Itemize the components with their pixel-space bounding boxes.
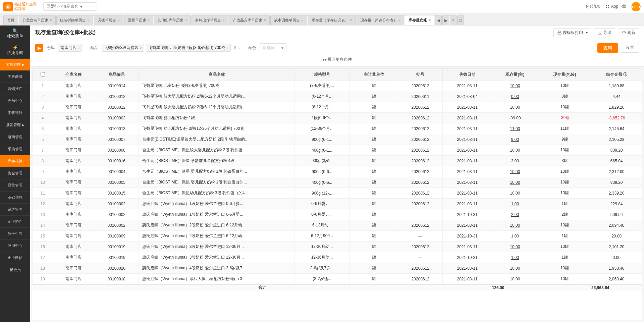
cell-qty-main[interactable]: -39.00 xyxy=(492,113,538,123)
tab-product-in[interactable]: 产成品入库单历史 × xyxy=(229,15,270,25)
close-tab-product-in[interactable]: × xyxy=(264,18,266,22)
tab-cost-adjust[interactable]: 成本调整单历史 × xyxy=(270,15,307,25)
app-download-btn[interactable]: App下载 xyxy=(605,4,626,9)
close-tab-stock-status[interactable]: × xyxy=(350,18,352,22)
cell-qty-main[interactable]: 10.00 xyxy=(492,102,538,113)
sidebar-item-basic-info[interactable]: 基础信息 xyxy=(0,192,30,204)
sidebar-item-retail-stats[interactable]: 零售统计 xyxy=(0,107,30,119)
close-tab-split[interactable]: × xyxy=(50,18,52,22)
close-tab-stock-dist[interactable]: × xyxy=(399,18,401,22)
sidebar-item-member-plus[interactable]: 畅会员 xyxy=(0,264,30,276)
cell-qty-main[interactable]: 10.00 xyxy=(492,188,538,199)
cell-qty-pkg: 10罐 xyxy=(538,145,591,156)
cell-name: 飞鹤星飞帆 儿童奶粉 4段(3-6岁适用) 700克 xyxy=(139,80,294,91)
cell-qty-main[interactable]: 10.00 xyxy=(492,166,538,177)
tab-split[interactable]: 分量盘点单历史 × xyxy=(19,15,56,25)
cell-qty-main[interactable]: 3.00 xyxy=(492,156,538,166)
cell-qty-main[interactable]: 10.00 xyxy=(492,274,538,285)
filter-expand-btn[interactable]: ▶ xyxy=(35,44,43,52)
query-btn[interactable]: 查询 xyxy=(597,43,618,53)
search-menu[interactable]: 🔍 搜索菜单 xyxy=(0,25,30,42)
export-btn[interactable]: 导出 xyxy=(594,28,615,37)
close-tab-batch-voucher[interactable]: × xyxy=(429,18,431,22)
cell-warehouse: 南库门店 xyxy=(53,145,94,156)
sidebar-item-wholesale[interactable]: 批发管理 ▶ xyxy=(0,119,30,131)
quick-nav[interactable]: ⚡ 快捷导航 xyxy=(0,42,30,59)
tab-close-all[interactable]: × xyxy=(450,15,457,25)
avatar[interactable]: demo2 xyxy=(631,2,641,11)
close-tab-adjust[interactable]: × xyxy=(118,18,120,22)
dropdown-arrow-print[interactable]: ▾ xyxy=(584,31,588,35)
tab-stock-status[interactable]: 现存量（库存状况表） × xyxy=(308,15,356,25)
sidebar-item-enterprise-collab[interactable]: 企业协同 xyxy=(0,216,30,228)
cell-qty-main[interactable]: 10.00 xyxy=(492,177,538,188)
tab-adjust[interactable]: 调拨单历史 × xyxy=(94,15,123,25)
tab-nav-left[interactable]: ◀ xyxy=(435,15,442,25)
sidebar-item-inventory[interactable]: 库存核算 xyxy=(0,155,30,167)
cell-name: 合生元（BIOSTIME）派星较大婴儿配方奶粉 2段 乳铁蛋... xyxy=(139,145,294,156)
tab-material-out[interactable]: 材料出库单历史 × xyxy=(192,15,228,25)
cell-qty-main[interactable]: 10.00 xyxy=(492,80,538,91)
sidebar-item-marketing[interactable]: 营销推广 xyxy=(0,83,30,95)
cell-qty-main[interactable]: 9.00 xyxy=(492,134,538,145)
sidebar-item-app-center[interactable]: 应用中心 xyxy=(0,240,30,252)
warehouse-more[interactable]: ... xyxy=(84,46,87,50)
color-select[interactable]: 请选择 ▾ xyxy=(260,43,286,52)
sidebar-item-purchase[interactable]: 采购管理 xyxy=(0,143,30,155)
sidebar-item-system[interactable]: 系统管理 xyxy=(0,204,30,216)
close-tab-requisition[interactable]: × xyxy=(148,18,150,22)
sidebar-item-member[interactable]: 会员中心 xyxy=(0,95,30,107)
print-btn[interactable]: 按模板打印 ▾ xyxy=(553,28,591,37)
sidebar-item-retail-mgmt[interactable]: 零售管理 ▶ xyxy=(0,59,30,71)
cell-expire: 2021-03-11 xyxy=(443,263,492,274)
settings-btn[interactable]: 设置 xyxy=(621,43,639,53)
tab-requisition[interactable]: 要货单历史 × xyxy=(124,15,154,25)
cell-code: 00100007 xyxy=(94,134,139,145)
sidebar-item-retail-mall[interactable]: 零售商城 xyxy=(0,71,30,83)
sidebar-item-operations[interactable]: 经营管理 xyxy=(0,179,30,192)
refresh-btn[interactable]: 刷新 xyxy=(618,28,639,37)
cell-qty-main[interactable]: 11.00 xyxy=(492,123,538,134)
tab-disassemble[interactable]: 组装拆卸单历史 × xyxy=(56,15,93,25)
tab-home[interactable]: 首页 xyxy=(3,15,18,25)
cell-qty-main[interactable]: 1.00 xyxy=(492,252,538,263)
message-btn[interactable]: 消息 xyxy=(586,4,600,9)
cell-qty-main[interactable]: 2.00 xyxy=(492,209,538,220)
close-tab-other-out[interactable]: × xyxy=(185,18,187,22)
tab-stock-dist[interactable]: 现存量（库存分布表） × xyxy=(357,15,405,25)
cell-code: 00100019 xyxy=(94,241,139,252)
cell-code: 00100015 xyxy=(94,188,139,199)
col-name: 商品名称 xyxy=(139,69,294,80)
sidebar-item-guide[interactable]: 新手引导 xyxy=(0,228,30,240)
cell-qty-main[interactable]: 1.00 xyxy=(492,231,538,241)
cell-amount: 2,339.20 xyxy=(591,188,642,199)
select-all-checkbox[interactable] xyxy=(41,72,45,76)
sidebar-item-enterprise-wechat[interactable]: 企业微信 xyxy=(0,252,30,264)
tab-batch-voucher[interactable]: 库存批次账 × xyxy=(405,15,434,25)
cell-amount: 665.04 xyxy=(591,156,642,166)
close-tab-cost-adjust[interactable]: × xyxy=(302,18,304,22)
cell-check: 8 xyxy=(33,156,53,166)
tab-maximize[interactable]: □ xyxy=(457,15,464,25)
col-qty-main: 现存量(主) xyxy=(492,69,538,80)
close-tab-material-out[interactable]: × xyxy=(223,18,225,22)
cell-warehouse: 南库门店 xyxy=(53,156,94,166)
remove-product-tag-2[interactable]: × xyxy=(226,46,228,50)
expand-more-btn[interactable]: ▾▾ 展开更多条件 xyxy=(35,55,639,64)
close-tab-disassemble[interactable]: × xyxy=(88,18,90,22)
cell-qty-main[interactable]: 10.00 xyxy=(492,220,538,231)
tab-other-out[interactable]: 其他出库单历史 × xyxy=(154,15,191,25)
workspace-selector[interactable]: 母婴行业演示账套 ▾ xyxy=(43,2,97,11)
cell-qty-main[interactable]: 0.00 xyxy=(492,91,538,102)
tab-nav-right[interactable]: ▶ xyxy=(442,15,449,25)
remove-warehouse-tag[interactable]: × xyxy=(77,46,79,50)
sidebar-item-ecommerce[interactable]: 电商管理 xyxy=(0,131,30,143)
remove-product-tag-1[interactable]: × xyxy=(140,46,142,50)
cell-qty-main[interactable]: 10.00 xyxy=(492,263,538,274)
cell-qty-main[interactable]: 10.00 xyxy=(492,145,538,156)
cell-batch: 20200612 xyxy=(398,263,443,274)
cell-qty-main[interactable]: 1.00 xyxy=(492,199,538,209)
product-more[interactable]: ... xyxy=(241,46,245,50)
sidebar-item-finance[interactable]: 资金管理 xyxy=(0,167,30,179)
cell-qty-main[interactable]: 10.00 xyxy=(492,241,538,252)
